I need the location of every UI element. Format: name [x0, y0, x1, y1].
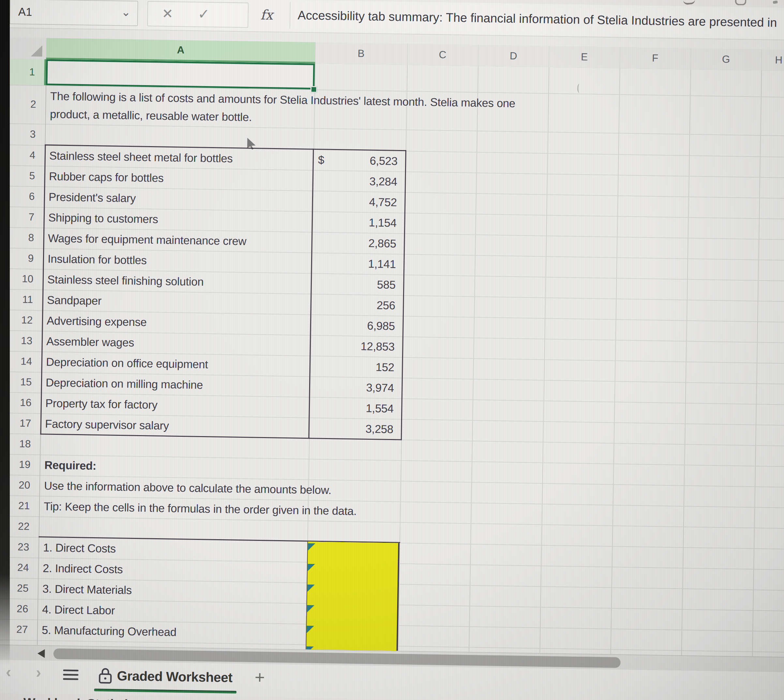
mouse-cursor [246, 138, 256, 150]
cost-item-value[interactable]: 3,284 [319, 170, 398, 192]
photo-artifact [577, 83, 582, 93]
gridline-vertical [469, 66, 478, 652]
cell-reference: A1 [18, 0, 32, 24]
spreadsheet-photo: A1 ⌄ ✕ ✓ fx Accessibility tab summary: T… [0, 0, 784, 700]
column-header-d[interactable]: D [478, 45, 549, 67]
next-sheet-icon[interactable]: › [35, 663, 41, 682]
cost-item-label[interactable]: Stainless steel sheet metal for bottles [49, 145, 233, 168]
cost-item-label[interactable]: Stainless steel finishing solution [47, 269, 204, 292]
dropdown-marker-icon[interactable] [306, 626, 314, 633]
row-header-3[interactable]: 3 [5, 123, 45, 145]
scroll-left-icon[interactable] [38, 649, 45, 658]
gridline-vertical [752, 70, 762, 656]
cell-a19-required[interactable]: Required: [44, 455, 97, 476]
cost-item-label[interactable]: Property tax for factory [45, 393, 158, 415]
column-header-f[interactable]: F [620, 47, 691, 70]
insert-function-icon[interactable]: fx [260, 3, 273, 27]
cost-item-value[interactable]: 585 [317, 273, 396, 295]
add-sheet-icon[interactable]: + [255, 664, 265, 692]
cutoff-glyph-fragment [683, 0, 695, 5]
gridline-vertical [681, 70, 691, 655]
cost-item-label[interactable]: Wages for equipment maintenance crew [48, 228, 246, 252]
fill-handle[interactable] [310, 86, 317, 93]
cost-item-value[interactable]: 2,865 [318, 232, 396, 254]
row-header-4[interactable]: 4 [5, 145, 45, 166]
formula-text: Accessibility tab summary: The financial… [298, 2, 777, 36]
row-header-2[interactable]: 2 [6, 85, 46, 123]
question-label[interactable]: 4. Direct Labor [42, 599, 115, 621]
cost-item-value[interactable]: 12,853 [316, 335, 395, 357]
sheet-grid: 1234567891011121314151617181920212223242… [0, 58, 784, 657]
cell-a2-line2[interactable]: product, a metallic, reusable water bott… [50, 105, 252, 127]
sheet-list-menu-icon[interactable] [63, 669, 78, 683]
question-label[interactable]: 3. Direct Materials [42, 578, 132, 600]
column-header-c[interactable]: C [407, 44, 478, 66]
question-label[interactable]: 1. Direct Costs [43, 537, 116, 559]
answer-cells[interactable] [306, 542, 399, 656]
gridline-horizontal [0, 516, 784, 529]
lock-icon [98, 667, 113, 685]
formula-bar: A1 ⌄ ✕ ✓ fx Accessibility tab summary: T… [0, 0, 784, 40]
cost-item-label[interactable]: Sandpaper [47, 290, 102, 311]
cost-item-label[interactable]: Factory supervisor salary [45, 413, 169, 436]
tab-graded-worksheet[interactable]: Graded Worksheet [117, 662, 233, 692]
row-header-7[interactable]: 7 [4, 207, 44, 228]
row-header-8[interactable]: 8 [4, 227, 43, 248]
gridline-horizontal [1, 454, 784, 467]
cost-item-value[interactable]: 6,985 [316, 315, 395, 336]
cost-item-value[interactable]: 1,554 [315, 397, 394, 419]
select-all-icon [31, 45, 42, 57]
question-label[interactable]: 2. Indirect Costs [43, 558, 123, 580]
cost-item-label[interactable]: Depreciation on office equipment [46, 351, 208, 375]
enter-icon[interactable]: ✓ [198, 3, 210, 27]
workbook-statistics-label[interactable]: Workbook Statistics [23, 695, 141, 700]
cost-item-value[interactable]: 1,154 [318, 212, 397, 233]
cost-item-value[interactable]: 3,258 [315, 418, 394, 439]
cost-item-value[interactable]: 256 [317, 294, 396, 316]
gridline-horizontal [6, 123, 784, 137]
cost-item-label[interactable]: Depreciation on milling machine [46, 372, 203, 395]
chevron-down-icon[interactable]: ⌄ [121, 1, 131, 25]
cost-item-value[interactable]: 6,523 [319, 149, 398, 171]
cost-item-value[interactable]: 152 [316, 355, 394, 377]
column-header-b[interactable]: B [315, 42, 408, 65]
cost-item-label[interactable]: President's salary [48, 187, 136, 208]
dropdown-marker-icon[interactable] [307, 585, 315, 592]
formula-buttons: ✕ ✓ [147, 1, 248, 28]
formula-input[interactable]: Accessibility tab summary: The financial… [290, 2, 784, 37]
selected-cell-a1[interactable] [46, 59, 315, 89]
dropdown-marker-icon[interactable] [308, 543, 315, 551]
dropdown-marker-icon[interactable] [307, 605, 315, 613]
question-label[interactable]: 5. Manufacturing Overhead [42, 620, 177, 642]
cutoff-glyph-fragment [735, 0, 746, 5]
dropdown-marker-icon[interactable] [308, 564, 315, 572]
cost-item-value[interactable]: 3,974 [315, 377, 394, 398]
cost-item-label[interactable]: Rubber caps for bottles [49, 166, 164, 188]
excel-window: A1 ⌄ ✕ ✓ fx Accessibility tab summary: T… [0, 0, 784, 700]
cost-item-label[interactable]: Assembler wages [46, 331, 134, 353]
cost-item-label[interactable]: Insulation for bottles [48, 248, 147, 270]
gridline-vertical [539, 67, 549, 653]
row-header-6[interactable]: 6 [5, 186, 44, 207]
column-header-e[interactable]: E [549, 46, 620, 68]
gridline-vertical [611, 68, 620, 654]
name-box[interactable]: A1 ⌄ [10, 0, 138, 26]
cost-item-value[interactable]: 1,141 [317, 252, 396, 274]
row-header-5[interactable]: 5 [5, 165, 44, 186]
column-header-h[interactable]: H [761, 49, 784, 71]
monitor-bezel [0, 0, 10, 700]
cost-item-value[interactable]: 4,752 [318, 191, 397, 213]
row-header-1[interactable]: 1 [7, 59, 46, 85]
cost-item-label[interactable]: Advertising expense [47, 310, 147, 332]
cancel-icon[interactable]: ✕ [162, 2, 173, 26]
cost-item-label[interactable]: Shipping to customers [48, 207, 158, 230]
column-header-g[interactable]: G [691, 48, 762, 71]
cutoff-glyph-fragment [773, 1, 778, 4]
